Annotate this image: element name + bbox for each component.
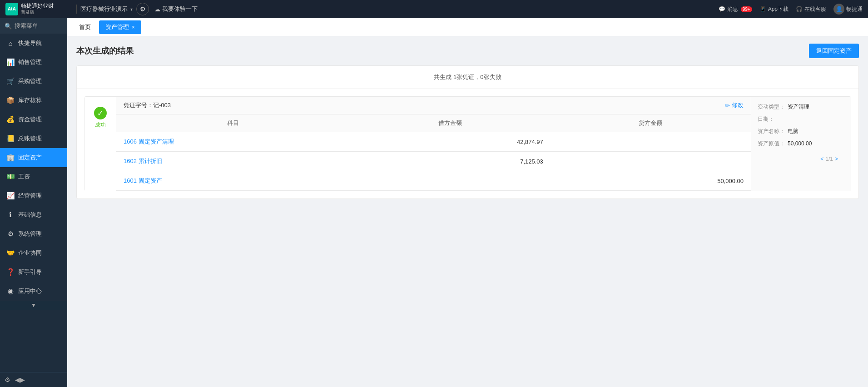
fixed-assets-icon: 🏢 <box>6 154 15 162</box>
cell-credit-1 <box>551 152 751 171</box>
cell-debit-0: 42,874.97 <box>350 132 551 152</box>
sidebar-item-guide[interactable]: ❓ 新手引导 <box>0 263 67 282</box>
col-header-credit: 贷方金额 <box>551 114 751 132</box>
sales-icon: 📊 <box>6 58 15 66</box>
table-header-row: 科目 借方金额 贷方金额 <box>116 114 751 132</box>
chevron-down-icon: ▾ <box>130 7 133 12</box>
cell-debit-2 <box>350 171 551 191</box>
logo-area: AtA 畅捷通好业财 普及版 <box>5 3 73 15</box>
tab-home[interactable]: 首页 <box>73 20 97 34</box>
online-service-button[interactable]: 🎧 在线客服 <box>796 5 826 13</box>
sidebar-item-funds[interactable]: 💰 资金管理 <box>0 110 67 129</box>
cell-debit-1: 7,125.03 <box>350 152 551 171</box>
table-row: 1606 固定资产清理 42,874.97 <box>116 132 751 152</box>
ledger-icon: 📒 <box>6 134 15 143</box>
voucher-status-column: ✓ 成功 <box>84 97 116 191</box>
page-title: 本次生成的结果 <box>76 45 134 56</box>
col-header-subject: 科目 <box>116 114 350 132</box>
cell-subject-0: 1606 固定资产清理 <box>116 132 350 152</box>
sidebar-item-sales[interactable]: 📊 销售管理 <box>0 53 67 72</box>
sidebar-item-quick-nav[interactable]: ⌂ 快捷导航 <box>0 34 67 53</box>
home-icon: ⌂ <box>6 39 15 47</box>
asset-name-row: 资产名称： 电脑 <box>758 128 844 135</box>
cell-credit-2: 50,000.00 <box>551 171 751 191</box>
date-row: 日期： <box>758 115 844 123</box>
company-selector[interactable]: 医疗器械行业演示 ▾ <box>80 5 133 13</box>
settings-bottom-icon[interactable]: ⚙ <box>5 376 10 383</box>
search-icon: 🔍 <box>5 23 12 30</box>
asset-name-label: 资产名称： <box>758 128 785 135</box>
voucher-number: 凭证字号：记-003 <box>124 101 171 109</box>
table-row: 1602 累计折旧 7,125.03 <box>116 152 751 171</box>
sidebar-item-apps[interactable]: ◉ 应用中心 <box>0 282 67 301</box>
message-icon: 💬 <box>719 6 725 12</box>
tab-close-icon[interactable]: × <box>132 24 135 30</box>
search-menu[interactable]: 🔍 搜索菜单 <box>0 18 67 34</box>
sidebar-item-basic-info[interactable]: ℹ 基础信息 <box>0 205 67 224</box>
sidebar-item-operations[interactable]: 📈 经营管理 <box>0 186 67 205</box>
user-profile-button[interactable]: 👤 畅捷通 <box>833 4 863 15</box>
main-layout: 🔍 搜索菜单 ⌂ 快捷导航 📊 销售管理 🛒 采购管理 📦 库存核算 💰 资金管… <box>0 18 868 387</box>
basic-info-icon: ℹ <box>6 211 15 219</box>
cell-subject-2: 1601 固定资产 <box>116 171 350 191</box>
funds-icon: 💰 <box>6 115 15 124</box>
messages-button[interactable]: 💬 消息 99+ <box>719 5 752 13</box>
company-name: 医疗器械行业演示 <box>80 5 128 13</box>
messages-badge: 99+ <box>741 6 752 12</box>
avatar: 👤 <box>833 4 844 15</box>
voucher-header: 凭证字号：记-003 ✏ 修改 <box>116 97 751 114</box>
content-area: 首页 资产管理 × 本次生成的结果 返回固定资产 共生成 1张凭证，0张失败 <box>67 18 868 387</box>
purchase-icon: 🛒 <box>6 77 15 85</box>
sidebar-item-ledger[interactable]: 📒 总账管理 <box>0 129 67 148</box>
result-summary: 共生成 1张凭证，0张失败 <box>77 66 858 89</box>
sidebar-bottom: ⚙ ◀▶ <box>0 372 67 387</box>
app-download-button[interactable]: 📱 App下载 <box>759 5 789 13</box>
sidebar-item-payroll[interactable]: 💵 工资 <box>0 167 67 186</box>
enterprise-icon: 🤝 <box>6 249 15 257</box>
success-label: 成功 <box>95 121 106 129</box>
edit-icon: ✏ <box>725 102 730 109</box>
inventory-icon: 📦 <box>6 96 15 104</box>
header-divider <box>76 5 77 14</box>
table-row: 1601 固定资产 50,000.00 <box>116 171 751 191</box>
asset-value-value: 50,000.00 <box>788 140 812 147</box>
tab-asset-management[interactable]: 资产管理 × <box>99 20 141 34</box>
header-actions: 💬 消息 99+ 📱 App下载 🎧 在线客服 👤 畅捷通 <box>719 4 863 15</box>
cell-credit-0 <box>551 132 751 152</box>
result-panel: 共生成 1张凭证，0张失败 ✓ 成功 凭证字号：记-003 ✏ <box>76 65 859 199</box>
sidebar-item-inventory[interactable]: 📦 库存核算 <box>0 91 67 110</box>
change-type-label: 变动类型： <box>758 103 785 111</box>
logo-icon: AtA <box>5 3 18 15</box>
collapse-sidebar-button[interactable]: ◀▶ <box>15 376 25 383</box>
voucher-block: ✓ 成功 凭证字号：记-003 ✏ 修改 <box>84 96 851 191</box>
voucher-table: 科目 借方金额 贷方金额 1606 固定资产清理 42,874.97 1602 … <box>116 114 751 191</box>
voucher-edit-button[interactable]: ✏ 修改 <box>725 101 744 109</box>
try-button[interactable]: ☁ 我要体验一下 <box>154 5 198 13</box>
apps-icon: ◉ <box>6 287 15 295</box>
cell-subject-1: 1602 累计折旧 <box>116 152 350 171</box>
page-title-row: 本次生成的结果 返回固定资产 <box>76 44 859 58</box>
logo-sub: 普及版 <box>21 9 54 15</box>
phone-icon: 📱 <box>759 6 766 12</box>
cloud-icon: ☁ <box>154 6 160 13</box>
change-type-value: 资产清理 <box>788 103 809 111</box>
prev-page-button[interactable]: < <box>820 156 823 162</box>
sidebar-item-enterprise[interactable]: 🤝 企业协同 <box>0 243 67 263</box>
sidebar-scroll-down[interactable]: ▼ <box>0 301 67 310</box>
header-settings-button[interactable]: ⚙ <box>136 3 149 15</box>
voucher-main: 凭证字号：记-003 ✏ 修改 科目 借方金额 贷方 <box>116 97 751 191</box>
logo-text: 畅捷通好业财 <box>21 3 54 9</box>
sidebar-item-fixed-assets[interactable]: 🏢 固定资产 <box>0 148 67 167</box>
asset-name-value: 电脑 <box>788 128 799 135</box>
asset-value-row: 资产原值： 50,000.00 <box>758 140 844 148</box>
headset-icon: 🎧 <box>796 6 803 12</box>
change-type-row: 变动类型： 资产清理 <box>758 103 844 111</box>
sidebar-item-system[interactable]: ⚙ 系统管理 <box>0 224 67 243</box>
system-icon: ⚙ <box>6 230 15 238</box>
operations-icon: 📈 <box>6 192 15 200</box>
tab-bar: 首页 资产管理 × <box>67 18 868 36</box>
payroll-icon: 💵 <box>6 173 15 181</box>
next-page-button[interactable]: > <box>835 156 838 162</box>
sidebar-item-purchase[interactable]: 🛒 采购管理 <box>0 72 67 91</box>
return-fixed-assets-button[interactable]: 返回固定资产 <box>809 44 859 58</box>
